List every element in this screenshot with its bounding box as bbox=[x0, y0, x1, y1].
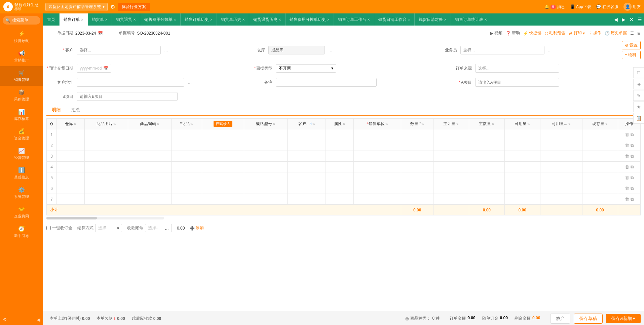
sidebar-item-finance[interactable]: 💰 资金管理 bbox=[0, 125, 43, 144]
tab-sales-fee[interactable]: 销售费用分摊单 ✕ bbox=[140, 13, 181, 26]
sidebar-item-quick-nav[interactable]: ⚡ 快捷导航 bbox=[0, 27, 43, 47]
column-settings-icon[interactable]: ⚙ bbox=[50, 122, 53, 126]
customer-address-input[interactable] bbox=[77, 78, 184, 87]
row-delete-icon[interactable]: 🗑 bbox=[625, 143, 629, 148]
tab-more-btn[interactable]: ✕ bbox=[628, 17, 636, 22]
save-new-dropdown-icon[interactable]: ▾ bbox=[633, 316, 635, 321]
tab-return-history[interactable]: 销货退货历史 ✕ bbox=[249, 13, 286, 26]
tab-close-order-workbench[interactable]: ✕ bbox=[367, 18, 370, 22]
tab-next-btn[interactable]: ▶ bbox=[620, 17, 628, 22]
tab-cash-workbench[interactable]: 钱货日清工作台 ✕ bbox=[374, 13, 415, 26]
user-btn[interactable]: 👤 用友 bbox=[623, 3, 641, 11]
remark-input[interactable] bbox=[276, 78, 377, 87]
right-toolbar-btn-2[interactable]: ◈ bbox=[633, 79, 644, 89]
view-btn[interactable]: ▶ 视频 bbox=[490, 30, 502, 36]
row-delete-icon[interactable]: 🗑 bbox=[625, 186, 629, 191]
tab-cash-reconcile[interactable]: 钱货日清对账 ✕ bbox=[415, 13, 451, 26]
one-click-collect-checkbox[interactable]: 一键收订金 bbox=[46, 225, 72, 231]
messages-btn[interactable]: 🔔 9 消息 bbox=[544, 4, 565, 10]
right-toolbar-btn-4[interactable]: ★ bbox=[633, 101, 644, 112]
add-material-btn[interactable]: + 物料 bbox=[622, 51, 641, 59]
tab-close-cash-workbench[interactable]: ✕ bbox=[408, 18, 410, 22]
payment-method-select[interactable]: 选择... ▾ bbox=[95, 224, 122, 232]
row-delete-icon[interactable]: 🗑 bbox=[625, 197, 629, 202]
tab-home[interactable]: 首页 bbox=[43, 13, 60, 26]
discard-btn[interactable]: 放弃 bbox=[550, 314, 570, 324]
tab-summary[interactable]: 汇总 bbox=[66, 105, 85, 115]
th-settings[interactable]: ⚙ bbox=[47, 119, 57, 129]
add-amount-btn[interactable]: ➕ 添加 bbox=[190, 225, 204, 231]
operation-btn[interactable]: ⋮ 操作 bbox=[588, 30, 601, 36]
row-copy-icon[interactable]: ⧉ bbox=[631, 186, 634, 191]
layout-grid-btn[interactable]: ⊞ bbox=[637, 31, 641, 36]
help-btn[interactable]: ❓ 帮助 bbox=[506, 30, 520, 36]
tab-sales-order[interactable]: 销售订单 ✕ bbox=[60, 13, 88, 26]
tab-invoice-history[interactable]: 销货单历史 ✕ bbox=[217, 13, 249, 26]
sidebar-item-collab[interactable]: 🤝 企业协同 bbox=[0, 203, 43, 222]
layout-list-btn[interactable]: ☰ bbox=[630, 31, 634, 36]
row-delete-icon[interactable]: 🗑 bbox=[625, 132, 629, 137]
customer-more-btn[interactable]: … bbox=[164, 48, 168, 52]
tab-sales-order-history[interactable]: 销售订单历史 ✕ bbox=[181, 13, 217, 26]
sidebar-search[interactable]: 🔍 搜索菜单 bbox=[0, 13, 43, 27]
one-click-collect-input[interactable] bbox=[46, 226, 51, 230]
tab-fee-history[interactable]: 销售费用分摊单历史 ✕ bbox=[286, 13, 334, 26]
system-selector[interactable]: 装备及固定资产辅助管理系统 ▾ bbox=[45, 3, 108, 11]
sidebar-settings-btn[interactable]: ⚙ bbox=[3, 317, 7, 322]
scan-btn[interactable]: 扫码录入 bbox=[214, 121, 232, 127]
row-copy-icon[interactable]: ⧉ bbox=[631, 154, 634, 159]
sidebar-item-sales[interactable]: 🛒 销售管理 bbox=[0, 66, 43, 86]
tab-close-sales-return[interactable]: ✕ bbox=[133, 18, 136, 22]
order-source-input[interactable] bbox=[475, 64, 559, 73]
sidebar-item-basic-info[interactable]: ℹ️ 基础信息 bbox=[0, 164, 43, 183]
right-toolbar-btn-3[interactable]: ✎ bbox=[633, 90, 644, 101]
print-btn[interactable]: 🖨 打印 ▾ bbox=[569, 30, 585, 36]
shortcut-btn[interactable]: ⚡ 快捷键 bbox=[523, 30, 541, 36]
row-copy-icon[interactable]: ⧉ bbox=[631, 143, 634, 148]
sidebar-item-inventory[interactable]: 📊 库存核算 bbox=[0, 105, 43, 125]
tab-close-cash-reconcile[interactable]: ✕ bbox=[444, 18, 447, 22]
warehouse-more-btn[interactable]: … bbox=[328, 48, 332, 52]
tab-close-sales-invoice[interactable]: ✕ bbox=[105, 18, 108, 22]
row-delete-icon[interactable]: 🗑 bbox=[625, 164, 629, 170]
tab-detail[interactable]: 明细 bbox=[46, 105, 66, 116]
customer-input[interactable] bbox=[77, 46, 161, 54]
row-copy-icon[interactable]: ⧉ bbox=[631, 132, 634, 137]
expected-date-icon[interactable]: 📅 bbox=[103, 66, 108, 71]
sidebar-item-guide[interactable]: 🧭 新手引导 bbox=[0, 222, 43, 242]
scrollbar-thumb[interactable] bbox=[46, 217, 97, 219]
business-input[interactable] bbox=[460, 46, 544, 54]
right-toolbar-btn-1[interactable]: □ bbox=[633, 67, 644, 78]
sidebar-item-marketing[interactable]: 📢 营销推广 bbox=[0, 47, 43, 66]
tab-prev-btn[interactable]: ◀ bbox=[612, 17, 620, 22]
tab-close-sales-order-history[interactable]: ✕ bbox=[210, 18, 213, 22]
settings-small-btn[interactable]: ⚙ 设置 bbox=[622, 41, 641, 49]
row-delete-icon[interactable]: 🗑 bbox=[625, 175, 629, 180]
tab-close-return-history[interactable]: ✕ bbox=[278, 18, 281, 22]
row-copy-icon[interactable]: ⧉ bbox=[631, 175, 634, 180]
date-picker-icon[interactable]: 📅 bbox=[98, 31, 103, 36]
sidebar-collapse-btn[interactable]: ◀ bbox=[37, 317, 40, 322]
settings-icon[interactable]: ⚙ bbox=[110, 4, 115, 10]
history-btn[interactable]: 🕐 历史单据 bbox=[605, 30, 627, 36]
sidebar-item-system[interactable]: ⚙️ 系统管理 bbox=[0, 183, 43, 203]
tab-close-invoice-history[interactable]: ✕ bbox=[242, 18, 245, 22]
sidebar-item-purchase[interactable]: 📦 采购管理 bbox=[0, 86, 43, 105]
industry-btn[interactable]: 体验行业方案 bbox=[118, 3, 150, 11]
row-copy-icon[interactable]: ⧉ bbox=[631, 197, 634, 202]
tab-order-workbench[interactable]: 销售订单工作台 ✕ bbox=[334, 13, 374, 26]
app-download-btn[interactable]: 📱 App下载 bbox=[570, 4, 591, 10]
right-toolbar-btn-5[interactable]: 📋 bbox=[633, 113, 644, 124]
tab-close-fee-history[interactable]: ✕ bbox=[327, 18, 330, 22]
sidebar-item-operation[interactable]: 📈 经营管理 bbox=[0, 144, 43, 164]
warehouse-input[interactable] bbox=[268, 46, 325, 54]
tab-close-sales-order[interactable]: ✕ bbox=[81, 18, 83, 22]
tab-close-sales-fee[interactable]: ✕ bbox=[174, 18, 176, 22]
a-project-input[interactable] bbox=[475, 78, 559, 87]
row-copy-icon[interactable]: ⧉ bbox=[631, 164, 634, 170]
tab-sales-return[interactable]: 销货退货 ✕ bbox=[112, 13, 140, 26]
online-support-btn[interactable]: 💬 在线客服 bbox=[596, 4, 618, 10]
draft-btn[interactable]: 保存草稿 bbox=[574, 314, 603, 324]
business-more-btn[interactable]: … bbox=[548, 48, 552, 52]
table-scrollbar[interactable] bbox=[46, 217, 164, 219]
